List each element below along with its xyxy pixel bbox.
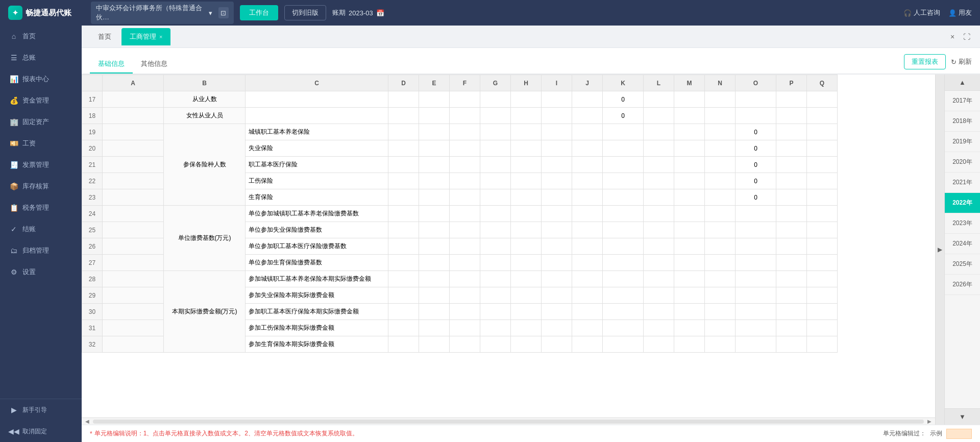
cell-P-19[interactable]	[776, 124, 807, 140]
cell-I-18[interactable]	[542, 108, 572, 124]
cell-J-20[interactable]	[572, 140, 603, 157]
cell-A-28[interactable]	[103, 271, 164, 287]
cell-L-31[interactable]	[644, 320, 674, 336]
reset-report-button[interactable]: 重置报表	[904, 54, 946, 69]
cell-K-25[interactable]	[603, 222, 644, 238]
cell-H-31[interactable]	[511, 320, 542, 336]
cell-K-27[interactable]	[603, 255, 644, 271]
h-scroll-left[interactable]: ◀	[84, 418, 91, 425]
cell-J-27[interactable]	[572, 255, 603, 271]
year-item-2023年[interactable]: 2023年	[945, 213, 980, 234]
cell-D-18[interactable]	[388, 108, 419, 124]
cell-K-24[interactable]	[603, 206, 644, 222]
cell-Q-23[interactable]	[807, 189, 838, 206]
cell-H-25[interactable]	[511, 222, 542, 238]
cell-H-19[interactable]	[511, 124, 542, 140]
cell-D-21[interactable]	[388, 157, 419, 173]
cell-C-25[interactable]: 单位参加失业保险缴费基数	[246, 222, 388, 238]
year-item-2017年[interactable]: 2017年	[945, 91, 980, 111]
service-button[interactable]: 🎧 人工咨询	[903, 8, 940, 17]
cell-O-20[interactable]: 0	[736, 140, 776, 157]
cell-N-26[interactable]	[705, 238, 736, 255]
cell-F-28[interactable]	[450, 271, 480, 287]
cell-M-17[interactable]	[674, 91, 705, 108]
cell-Q-26[interactable]	[807, 238, 838, 255]
cell-H-32[interactable]	[511, 336, 542, 353]
cell-C-20[interactable]: 失业保险	[246, 140, 388, 157]
cell-C-17[interactable]	[246, 91, 388, 108]
cell-J-26[interactable]	[572, 238, 603, 255]
cell-J-21[interactable]	[572, 157, 603, 173]
cell-E-32[interactable]	[419, 336, 450, 353]
sidebar-item-wages[interactable]: 💴 工资	[0, 133, 82, 154]
cell-J-17[interactable]	[572, 91, 603, 108]
cell-M-28[interactable]	[674, 271, 705, 287]
cell-P-30[interactable]	[776, 304, 807, 320]
window-expand-button[interactable]: ⛶	[962, 32, 972, 42]
sidebar-item-settings[interactable]: ⚙ 设置	[0, 261, 82, 283]
panel-toggle[interactable]: ▶	[935, 75, 944, 425]
cell-A-17[interactable]	[103, 91, 164, 108]
cell-F-32[interactable]	[450, 336, 480, 353]
cell-P-17[interactable]	[776, 91, 807, 108]
cell-D-31[interactable]	[388, 320, 419, 336]
cell-O-32[interactable]	[736, 336, 776, 353]
sidebar-item-tax[interactable]: 📋 税务管理	[0, 197, 82, 218]
cell-F-24[interactable]	[450, 206, 480, 222]
h-scroll-right[interactable]: ▶	[926, 418, 933, 425]
cell-J-29[interactable]	[572, 287, 603, 304]
cell-O-23[interactable]: 0	[736, 189, 776, 206]
cell-E-29[interactable]	[419, 287, 450, 304]
cell-K-21[interactable]	[603, 157, 644, 173]
cell-H-20[interactable]	[511, 140, 542, 157]
cell-H-24[interactable]	[511, 206, 542, 222]
tab-close-icon[interactable]: ×	[159, 34, 162, 40]
cell-Q-31[interactable]	[807, 320, 838, 336]
cell-B-18[interactable]: 女性从业人员	[164, 108, 246, 124]
cell-F-19[interactable]	[450, 124, 480, 140]
cell-M-27[interactable]	[674, 255, 705, 271]
cell-G-19[interactable]	[480, 124, 511, 140]
cell-F-31[interactable]	[450, 320, 480, 336]
cell-K-17[interactable]: 0	[603, 91, 644, 108]
cell-Q-30[interactable]	[807, 304, 838, 320]
cell-I-30[interactable]	[542, 304, 572, 320]
cell-M-21[interactable]	[674, 157, 705, 173]
cell-L-28[interactable]	[644, 271, 674, 287]
window-close-button[interactable]: ×	[947, 32, 958, 42]
cell-E-24[interactable]	[419, 206, 450, 222]
cell-C-23[interactable]: 生育保险	[246, 189, 388, 206]
sidebar-item-newbie[interactable]: ▶ 新手引导	[0, 399, 82, 421]
cell-L-18[interactable]	[644, 108, 674, 124]
cell-G-21[interactable]	[480, 157, 511, 173]
cell-P-22[interactable]	[776, 173, 807, 189]
cell-C-30[interactable]: 参加职工基本医疗保险本期实际缴费金额	[246, 304, 388, 320]
cell-H-17[interactable]	[511, 91, 542, 108]
cell-E-20[interactable]	[419, 140, 450, 157]
cell-Q-24[interactable]	[807, 206, 838, 222]
cell-Q-18[interactable]	[807, 108, 838, 124]
cell-N-22[interactable]	[705, 173, 736, 189]
year-item-2022年[interactable]: 2022年	[945, 193, 980, 213]
cell-I-29[interactable]	[542, 287, 572, 304]
cell-N-29[interactable]	[705, 287, 736, 304]
year-nav-up[interactable]: ▲	[945, 75, 980, 91]
cell-I-31[interactable]	[542, 320, 572, 336]
cell-F-17[interactable]	[450, 91, 480, 108]
cell-G-18[interactable]	[480, 108, 511, 124]
sub-tab-other[interactable]: 其他信息	[133, 55, 176, 73]
cell-A-26[interactable]	[103, 238, 164, 255]
cell-A-23[interactable]	[103, 189, 164, 206]
cell-A-27[interactable]	[103, 255, 164, 271]
cell-N-27[interactable]	[705, 255, 736, 271]
cell-A-30[interactable]	[103, 304, 164, 320]
cell-O-21[interactable]: 0	[736, 157, 776, 173]
company-selector[interactable]: 中审众环会计师事务所（特殊普通合伙… ▾ ⊡	[91, 2, 234, 24]
cell-G-31[interactable]	[480, 320, 511, 336]
sidebar-item-home[interactable]: ⌂ 首页	[0, 26, 82, 47]
cell-M-18[interactable]	[674, 108, 705, 124]
cell-A-18[interactable]	[103, 108, 164, 124]
cell-N-30[interactable]	[705, 304, 736, 320]
sidebar-item-assets[interactable]: 🏢 固定资产	[0, 111, 82, 133]
cell-M-30[interactable]	[674, 304, 705, 320]
